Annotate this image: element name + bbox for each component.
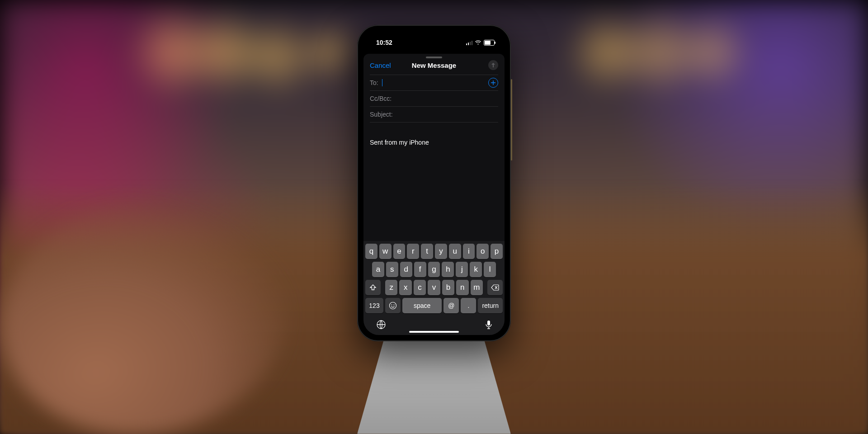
keyboard: qwertyuiop asdfghjkl zxcvbnm 123 xyxy=(363,241,505,335)
dot-key[interactable]: . xyxy=(461,298,476,313)
key-e[interactable]: e xyxy=(393,244,406,259)
key-u[interactable]: u xyxy=(449,244,461,259)
key-g[interactable]: g xyxy=(428,262,440,277)
phone-screen: 10:52 Cancel New Message To: xyxy=(363,31,505,335)
subject-label: Subject: xyxy=(370,111,393,118)
add-contact-button[interactable] xyxy=(488,78,498,88)
backspace-icon xyxy=(491,284,499,291)
status-time: 10:52 xyxy=(376,39,392,46)
key-m[interactable]: m xyxy=(471,280,483,295)
text-cursor xyxy=(382,79,383,86)
wifi-icon xyxy=(475,40,481,45)
key-y[interactable]: y xyxy=(435,244,447,259)
key-c[interactable]: c xyxy=(414,280,426,295)
backspace-key[interactable] xyxy=(487,280,503,295)
key-k[interactable]: k xyxy=(470,262,482,277)
cellular-signal-icon xyxy=(466,40,473,45)
shift-key[interactable] xyxy=(365,280,381,295)
shift-icon xyxy=(369,284,377,291)
at-key[interactable]: @ xyxy=(443,298,459,313)
keyboard-row-4: 123 space @ . return xyxy=(365,298,503,313)
phone-side-button xyxy=(511,79,512,160)
key-b[interactable]: b xyxy=(442,280,454,295)
numbers-key[interactable]: 123 xyxy=(365,298,383,313)
key-o[interactable]: o xyxy=(476,244,489,259)
to-label: To: xyxy=(370,79,378,86)
emoji-key[interactable] xyxy=(385,298,401,313)
send-button[interactable] xyxy=(488,60,498,70)
to-field[interactable]: To: xyxy=(370,75,498,91)
phone-notch xyxy=(400,31,468,42)
subject-field[interactable]: Subject: xyxy=(370,107,498,123)
key-s[interactable]: s xyxy=(386,262,398,277)
globe-icon[interactable] xyxy=(376,320,386,330)
cc-bcc-label: Cc/Bcc: xyxy=(370,95,392,102)
compose-fields: To: Cc/Bcc: Subject: xyxy=(363,75,505,123)
signature-text: Sent from my iPhone xyxy=(370,139,429,146)
dictation-icon[interactable] xyxy=(486,320,492,329)
key-v[interactable]: v xyxy=(428,280,440,295)
svg-point-1 xyxy=(392,305,392,306)
key-j[interactable]: j xyxy=(456,262,468,277)
key-n[interactable]: n xyxy=(456,280,468,295)
svg-point-2 xyxy=(394,305,395,306)
keyboard-row-1: qwertyuiop xyxy=(365,244,503,259)
keyboard-row-3: zxcvbnm xyxy=(365,280,503,295)
keyboard-footer xyxy=(365,316,503,332)
battery-icon xyxy=(484,40,495,46)
iphone-device: 10:52 Cancel New Message To: xyxy=(357,25,511,341)
key-t[interactable]: t xyxy=(421,244,433,259)
key-f[interactable]: f xyxy=(414,262,426,277)
key-p[interactable]: p xyxy=(491,244,503,259)
cancel-button[interactable]: Cancel xyxy=(370,61,391,69)
svg-rect-4 xyxy=(487,321,490,326)
emoji-icon xyxy=(389,302,397,310)
return-key[interactable]: return xyxy=(478,298,503,313)
key-i[interactable]: i xyxy=(463,244,475,259)
key-q[interactable]: q xyxy=(365,244,377,259)
status-icons xyxy=(466,40,495,46)
key-l[interactable]: l xyxy=(484,262,496,277)
space-key[interactable]: space xyxy=(402,298,442,313)
svg-point-0 xyxy=(390,302,396,309)
key-r[interactable]: r xyxy=(407,244,419,259)
sheet-header: Cancel New Message xyxy=(363,58,505,75)
key-d[interactable]: d xyxy=(400,262,412,277)
key-x[interactable]: x xyxy=(399,280,411,295)
key-z[interactable]: z xyxy=(385,280,397,295)
key-w[interactable]: w xyxy=(379,244,392,259)
arrow-up-icon xyxy=(491,62,496,68)
compose-sheet: Cancel New Message To: Cc/Bcc: xyxy=(363,54,505,335)
keyboard-row-2: asdfghjkl xyxy=(365,262,503,277)
home-indicator[interactable] xyxy=(409,331,459,333)
cc-bcc-field[interactable]: Cc/Bcc: xyxy=(370,91,498,107)
message-body[interactable]: Sent from my iPhone xyxy=(363,123,505,146)
key-a[interactable]: a xyxy=(372,262,384,277)
plus-icon xyxy=(491,80,495,85)
key-h[interactable]: h xyxy=(442,262,454,277)
